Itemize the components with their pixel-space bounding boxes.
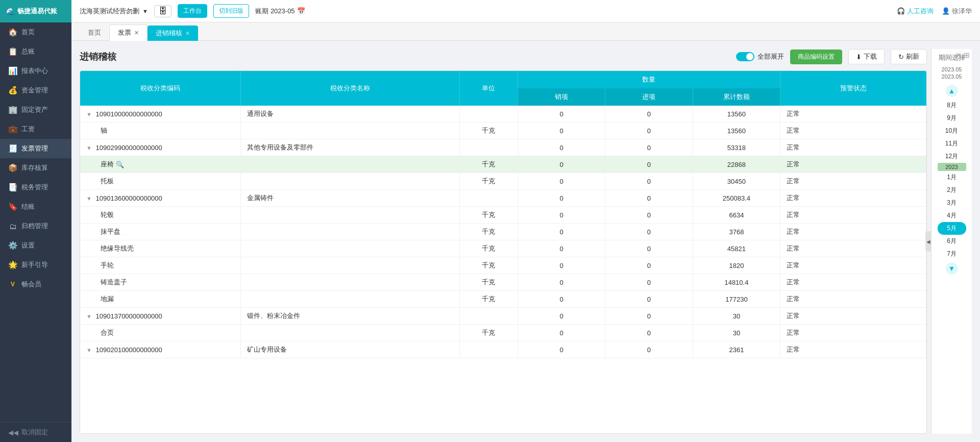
search-icon[interactable]: 🔍 xyxy=(116,161,124,168)
period-month-item[interactable]: 7月 xyxy=(938,248,966,260)
invoice-icon: 🧾 xyxy=(8,144,17,153)
tab-invoice[interactable]: 发票 ✕ xyxy=(109,24,148,41)
unit-cell xyxy=(459,106,518,122)
logo-text: 畅捷通易代账 xyxy=(17,7,57,16)
sidebar-item-assets[interactable]: 🏢 固定资产 xyxy=(0,100,71,119)
guide-icon: 🌟 xyxy=(8,260,17,269)
period-prefix: 账期 xyxy=(255,7,268,16)
period-month-item[interactable]: 10月 xyxy=(938,125,966,137)
period-month-item[interactable]: 2023 xyxy=(938,163,966,171)
reconcile-page: 进销稽核 全部展开 商品编码设置 ⬇ 下载 ↻ 刷新 xyxy=(80,49,927,434)
archive-button[interactable]: 🗄 xyxy=(154,5,172,17)
download-label: 下载 xyxy=(864,52,877,61)
status-sub: 正常 xyxy=(780,240,926,257)
sidebar-item-funds[interactable]: 💰 资金管理 xyxy=(0,81,71,100)
purchase-sub: 0 xyxy=(605,156,693,173)
expand-toggle[interactable] xyxy=(736,52,754,61)
item-name-cell: 地漏 xyxy=(80,291,240,308)
tab-invoice-close[interactable]: ✕ xyxy=(134,30,139,36)
th-unit: 单位 xyxy=(459,71,518,106)
calendar-icon: 📅 xyxy=(297,7,305,15)
period-month-item[interactable]: 2月 xyxy=(938,184,966,197)
tab-home[interactable]: 首页 xyxy=(80,25,109,40)
purchase-cell: 0 xyxy=(605,308,693,325)
archive-icon: 🗂 xyxy=(8,222,17,231)
total-sub: 45821 xyxy=(693,240,780,257)
period-month-item[interactable]: 4月 xyxy=(938,209,966,222)
period-month-item[interactable]: 11月 xyxy=(938,137,966,150)
sidebar-item-reports[interactable]: 📊 报表中心 xyxy=(0,61,71,81)
service-button[interactable]: 🎧 人工咨询 xyxy=(897,7,934,16)
sidebar-item-inventory[interactable]: 📦 库存核算 xyxy=(0,158,71,178)
logo-icon: 🌊 xyxy=(6,8,14,15)
pin-label: 取消固定 xyxy=(21,428,48,437)
status-cell: 正常 xyxy=(780,341,926,358)
panel-expand-btn[interactable]: ⊞ xyxy=(964,51,970,59)
page-header: 进销稽核 全部展开 商品编码设置 ⬇ 下载 ↻ 刷新 xyxy=(80,49,927,64)
panel-collapse-btn[interactable]: ◀ xyxy=(925,231,932,252)
sidebar: 🌊 畅捷通易代账 🏠 首页 📋 总账 📊 报表中心 💰 资金管理 🏢 固定资产 … xyxy=(0,0,71,442)
collapse-icon[interactable]: ▼ xyxy=(86,111,92,117)
tax-name-sub xyxy=(240,207,459,224)
download-icon: ⬇ xyxy=(856,53,862,61)
sales-sub: 0 xyxy=(518,240,605,257)
period-month-item[interactable]: 1月 xyxy=(938,171,966,184)
sidebar-nav: 🏠 首页 📋 总账 📊 报表中心 💰 资金管理 🏢 固定资产 💼 工资 🧾 发票… xyxy=(0,22,71,422)
status-sub: 正常 xyxy=(780,291,926,308)
period-month-item[interactable]: 9月 xyxy=(938,112,966,125)
settings-button[interactable]: 商品编码设置 xyxy=(790,50,842,64)
download-button[interactable]: ⬇ 下载 xyxy=(848,49,885,64)
panel-close-btn[interactable]: ✕ xyxy=(955,51,962,59)
sales-sub: 0 xyxy=(518,257,605,274)
unit-sub: 千克 xyxy=(459,240,518,257)
data-table: 税收分类编码 税收分类名称 单位 数量 预警状态 销项 进项 累计数额 xyxy=(80,70,927,434)
user-avatar-icon: 👤 xyxy=(942,7,950,15)
collapse-icon[interactable]: ▼ xyxy=(86,313,92,320)
collapse-icon[interactable]: ▼ xyxy=(86,145,92,151)
period-month-item[interactable]: 3月 xyxy=(938,197,966,209)
scroll-down-btn[interactable]: ▼ xyxy=(946,262,958,275)
page-actions: 全部展开 商品编码设置 ⬇ 下载 ↻ 刷新 xyxy=(736,49,927,64)
company-name: 沈海英测试经营勿删 xyxy=(80,7,139,16)
sidebar-item-archive[interactable]: 🗂 归档管理 xyxy=(0,216,71,236)
sidebar-item-guide[interactable]: 🌟 新手引导 xyxy=(0,255,71,275)
service-label: 人工咨询 xyxy=(907,7,934,16)
switch-version-button[interactable]: 切到旧版 xyxy=(213,4,249,18)
sidebar-item-home[interactable]: 🏠 首页 xyxy=(0,22,71,42)
period-month-item[interactable]: 6月 xyxy=(938,235,966,248)
sidebar-item-tax[interactable]: 📑 税务管理 xyxy=(0,178,71,197)
page-title: 进销稽核 xyxy=(80,51,116,63)
total-sub: 22868 xyxy=(693,156,780,173)
status-cell: 正常 xyxy=(780,106,926,122)
item-name-cell: 手轮 xyxy=(80,257,240,274)
purchase-cell: 0 xyxy=(605,139,693,156)
period-month-item[interactable]: 5月 xyxy=(938,222,966,235)
tax-name-sub xyxy=(240,257,459,274)
table-row: ▼ 109020100000000000 xyxy=(80,341,240,358)
company-selector[interactable]: 沈海英测试经营勿删 ▼ xyxy=(80,7,148,16)
sidebar-item-invoice[interactable]: 🧾 发票管理 xyxy=(0,139,71,158)
collapse-icon[interactable]: ▼ xyxy=(86,195,92,202)
tab-reconcile-close[interactable]: ✕ xyxy=(185,30,190,37)
sidebar-item-checkout[interactable]: 🔖 结账 xyxy=(0,197,71,216)
sidebar-item-member[interactable]: V 畅会员 xyxy=(0,275,71,294)
user-name: 徐泽华 xyxy=(952,7,972,16)
sidebar-item-salary[interactable]: 💼 工资 xyxy=(0,119,71,139)
sales-sub: 0 xyxy=(518,325,605,341)
user-menu[interactable]: 👤 徐泽华 xyxy=(942,7,972,16)
page-content-area: 进销稽核 全部展开 商品编码设置 ⬇ 下载 ↻ 刷新 xyxy=(71,41,980,442)
tax-name-sub xyxy=(240,274,459,291)
period-month-item[interactable]: 8月 xyxy=(938,99,966,112)
home-icon: 🏠 xyxy=(8,28,17,37)
sidebar-item-ledger[interactable]: 📋 总账 xyxy=(0,42,71,61)
refresh-button[interactable]: ↻ 刷新 xyxy=(891,49,927,64)
collapse-icon[interactable]: ▼ xyxy=(86,347,92,353)
sidebar-item-settings[interactable]: ⚙️ 设置 xyxy=(0,236,71,255)
sidebar-pin-toggle[interactable]: ◀◀ 取消固定 xyxy=(0,422,71,442)
th-purchase: 进项 xyxy=(605,88,693,106)
period-month-item[interactable]: 12月 xyxy=(938,150,966,163)
scroll-up-btn[interactable]: ▲ xyxy=(946,85,958,97)
workbench-button[interactable]: 工作台 xyxy=(178,4,207,18)
tab-reconcile[interactable]: 进销稽核 ✕ xyxy=(148,26,198,41)
sidebar-label-invoice: 发票管理 xyxy=(21,144,48,153)
